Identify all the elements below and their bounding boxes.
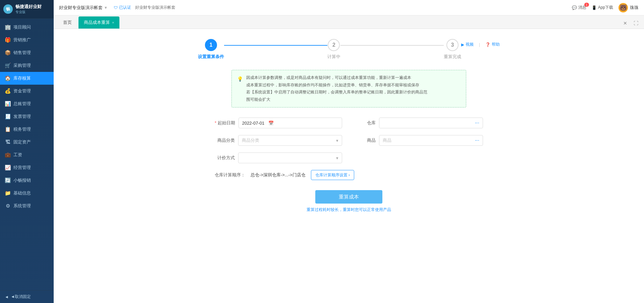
sidebar-item-system[interactable]: ⚙ 系统管理 — [0, 200, 54, 212]
sidebar-item-marketing[interactable]: 🎁 营销推广 — [0, 34, 54, 46]
sidebar-item-icon-invoice: 🧾 — [5, 114, 11, 120]
sidebar-item-finance[interactable]: 💰 资金管理 — [0, 85, 54, 97]
account-selector[interactable]: 好业财专业版演示帐套 ▾ — [59, 5, 107, 11]
sidebar-item-icon-sales: 📦 — [5, 50, 11, 56]
app-download-btn[interactable]: 📱 App下载 — [592, 5, 613, 10]
user-menu[interactable]: 🐻 珠珠 — [619, 3, 639, 12]
sidebar-pin-toggle[interactable]: ◄ ◄取消固定 — [0, 290, 54, 303]
tabbar: 首页 商品成本重算 × ✕ ⛶ — [54, 15, 644, 29]
sidebar-item-label-system: 系统管理 — [13, 203, 49, 209]
sidebar-item-label-finance: 资金管理 — [13, 88, 49, 94]
help-link[interactable]: ❓ 帮助 — [485, 42, 500, 47]
start-date-input[interactable]: 2022-07-01 📅 — [238, 118, 342, 128]
recalc-btn[interactable]: 重算成本 — [315, 190, 382, 204]
sidebar-item-label-invoice: 发票管理 — [13, 114, 49, 120]
product-placeholder: 商品 — [383, 137, 475, 143]
main-area: 好业财专业版演示帐套 ▾ 🛡 已认证 好业财专业版演示帐套 💬 消息 1 📱 A… — [54, 0, 644, 303]
sidebar-item-project[interactable]: 🏢 项目顾问 — [0, 21, 54, 34]
recalc-btn-label: 重算成本 — [339, 194, 359, 200]
sidebar-item-icon-payroll: 💼 — [5, 152, 11, 158]
pricing-select[interactable]: ▾ — [238, 153, 342, 163]
pricing-field: 计价方式 ▾ — [215, 153, 342, 163]
form-area: 起始日期 2022-07-01 📅 仓库 ··· 商品分类 — [215, 118, 483, 213]
sidebar-item-icon-operations: 📈 — [5, 165, 11, 171]
sidebar-item-basic[interactable]: 📁 基础信息 — [0, 187, 54, 200]
app-name: 畅捷通好业财 — [15, 4, 42, 10]
form-row-1: 起始日期 2022-07-01 📅 仓库 ··· — [215, 118, 483, 128]
sidebar-item-purchase[interactable]: 🛒 采购管理 — [0, 59, 54, 72]
message-icon: 💬 — [572, 5, 577, 10]
stepper-help: ▶ 视频 | ❓ 帮助 — [461, 39, 500, 47]
topbar: 好业财专业版演示帐套 ▾ 🛡 已认证 好业财专业版演示帐套 💬 消息 1 📱 A… — [54, 0, 644, 15]
info-line-1: 因成本计算参数调整，或是对商品成本有疑问时，可以通过成本重算功能，重新计算一遍成… — [246, 74, 427, 82]
start-date-label: 起始日期 — [215, 120, 235, 126]
sidebar-item-operations[interactable]: 📈 经营管理 — [0, 161, 54, 174]
calc-order-settings-btn[interactable]: 仓库计算顺序设置 › — [311, 170, 354, 180]
stepper: 1 设置重算条件 2 计算中 3 — [198, 39, 500, 60]
sidebar-item-accounting[interactable]: 📊 总账管理 — [0, 97, 54, 110]
step-3-num: 3 — [451, 42, 454, 48]
step-2-num: 2 — [332, 42, 335, 48]
sidebar-item-label-payroll: 工资 — [13, 152, 49, 158]
calc-order-row: 仓库计算顺序： 总仓->深圳仓库->...->门店仓 仓库计算顺序设置 › — [215, 170, 483, 180]
connector-2-3 — [340, 45, 444, 46]
info-icon: 💡 — [237, 75, 243, 103]
app-download-label: App下载 — [598, 5, 613, 10]
sidebar-item-label-inventory: 库存核算 — [13, 75, 49, 81]
category-placeholder: 商品分类 — [242, 137, 259, 143]
sidebar-item-assets[interactable]: 🏗 固定资产 — [0, 136, 54, 148]
sidebar-item-icon-tax: 📋 — [5, 126, 11, 132]
video-link[interactable]: ▶ 视频 — [461, 42, 474, 47]
product-input[interactable]: 商品 ··· — [379, 135, 483, 146]
info-content: 因成本计算参数调整，或是对商品成本有疑问时，可以通过成本重算功能，重新计算一遍成… — [246, 74, 427, 103]
tab-close-icon[interactable]: × — [112, 20, 114, 25]
sidebar-item-label-expense: 小畅报销 — [13, 177, 49, 183]
tab-recalc[interactable]: 商品成本重算 × — [78, 16, 119, 29]
calendar-icon: 📅 — [268, 121, 274, 126]
message-btn[interactable]: 💬 消息 1 — [572, 5, 586, 10]
calc-order-settings-label: 仓库计算顺序设置 › — [315, 172, 350, 178]
close-window-btn[interactable]: ✕ — [621, 19, 629, 27]
sidebar-header: 畅 畅捷通好业财 专业版 — [0, 0, 54, 19]
expand-window-btn[interactable]: ⛶ — [632, 19, 640, 27]
sidebar-item-label-tax: 税务管理 — [13, 126, 49, 132]
tabbar-window-actions: ✕ ⛶ — [621, 19, 640, 27]
account-name: 好业财专业版演示帐套 — [59, 5, 103, 11]
step-3: 3 重算完成 — [444, 39, 461, 60]
sidebar-item-label-project: 项目顾问 — [13, 24, 49, 30]
start-date-value: 2022-07-01 — [242, 121, 265, 126]
verified-badge: 🛡 已认证 — [114, 5, 131, 10]
sidebar-item-inventory[interactable]: 🏠 库存核算 — [0, 72, 54, 85]
message-badge: 1 — [584, 3, 589, 7]
step-3-label: 重算完成 — [444, 54, 461, 60]
sidebar-item-icon-system: ⚙ — [5, 203, 11, 209]
recalc-hint: 重算过程耗时较长，重算时您可以正常使用产品 — [307, 207, 391, 213]
tab-home-label: 首页 — [63, 19, 72, 26]
phone-icon: 📱 — [592, 5, 597, 10]
sidebar-item-icon-purchase: 🛒 — [5, 62, 11, 69]
topbar-actions: 💬 消息 1 📱 App下载 🐻 珠珠 — [572, 3, 639, 12]
dropdown-icon: ▾ — [105, 5, 107, 10]
sidebar-item-icon-expense: 🔄 — [5, 177, 11, 183]
info-box: 💡 因成本计算参数调整，或是对商品成本有疑问时，可以通过成本重算功能，重新计算一… — [231, 70, 466, 107]
tab-home[interactable]: 首页 — [58, 16, 77, 29]
connector-1-2 — [224, 45, 327, 46]
product-label: 商品 — [356, 137, 376, 143]
form-row-3: 计价方式 ▾ — [215, 153, 483, 163]
sidebar-item-label-marketing: 营销推广 — [13, 37, 49, 43]
sidebar-item-icon-inventory: 🏠 — [5, 75, 11, 81]
sidebar-item-sales[interactable]: 📦 销售管理 — [0, 46, 54, 59]
warehouse-label: 仓库 — [356, 120, 376, 126]
step-3-circle: 3 — [446, 39, 459, 51]
app-title-block: 畅捷通好业财 专业版 — [15, 4, 42, 14]
pin-icon: ◄ — [5, 295, 9, 299]
sidebar-item-invoice[interactable]: 🧾 发票管理 — [0, 110, 54, 123]
sidebar-item-payroll[interactable]: 💼 工资 — [0, 148, 54, 161]
sidebar-item-tax[interactable]: 📋 税务管理 — [0, 123, 54, 136]
sidebar-item-label-accounting: 总账管理 — [13, 101, 49, 107]
step-2: 2 计算中 — [327, 39, 340, 60]
category-select[interactable]: 商品分类 ▾ — [238, 135, 342, 146]
step-2-circle: 2 — [328, 39, 340, 51]
sidebar-item-expense[interactable]: 🔄 小畅报销 — [0, 174, 54, 187]
warehouse-input[interactable]: ··· — [379, 118, 483, 128]
